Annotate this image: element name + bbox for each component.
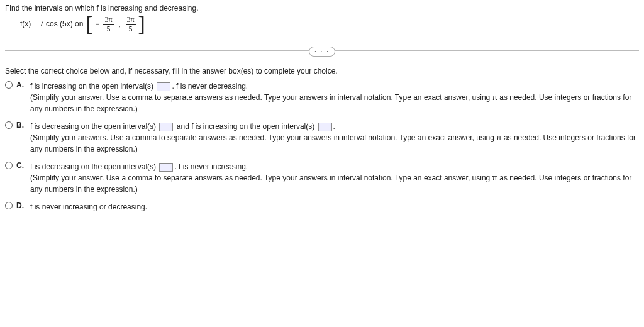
choice-prompt: Select the correct choice below and, if … bbox=[5, 67, 639, 75]
radio-c[interactable] bbox=[5, 162, 13, 169]
choice-a-post: . f is never decreasing. bbox=[172, 82, 248, 91]
radio-d[interactable] bbox=[5, 202, 13, 209]
choice-c-answerbox[interactable] bbox=[159, 163, 173, 172]
fraction-left-num: 3π bbox=[103, 16, 113, 25]
choices-list: A. f is increasing on the open interval(… bbox=[5, 80, 639, 213]
choice-b[interactable]: B. f is decreasing on the open interval(… bbox=[5, 121, 639, 155]
fraction-left: 3π 5 bbox=[103, 16, 113, 33]
choice-d-letter: D. bbox=[16, 201, 26, 210]
choice-c[interactable]: C. f is decreasing on the open interval(… bbox=[5, 161, 639, 195]
choice-c-letter: C. bbox=[16, 161, 26, 170]
choice-b-text: f is decreasing on the open interval(s) … bbox=[30, 121, 639, 155]
choice-c-pre: f is decreasing on the open interval(s) bbox=[30, 162, 158, 171]
choice-a-answerbox[interactable] bbox=[157, 82, 170, 91]
question-title: Find the intervals on which f is increas… bbox=[5, 4, 639, 13]
radio-a[interactable] bbox=[5, 81, 13, 89]
fraction-right: 3π 5 bbox=[126, 16, 136, 33]
choice-b-letter: B. bbox=[16, 121, 26, 130]
choice-b-answerbox-2[interactable] bbox=[318, 123, 332, 131]
radio-b[interactable] bbox=[5, 121, 13, 129]
ellipsis-icon[interactable]: · · · bbox=[309, 47, 335, 57]
choice-a-letter: A. bbox=[16, 80, 26, 89]
right-bracket-icon: ] bbox=[138, 15, 145, 33]
fraction-right-num: 3π bbox=[126, 16, 136, 25]
choice-b-hint: (Simplify your answers. Use a comma to s… bbox=[30, 132, 639, 155]
choice-b-mid: and f is increasing on the open interval… bbox=[174, 122, 316, 131]
choice-d[interactable]: D. f is never increasing or decreasing. bbox=[5, 201, 639, 213]
function-definition: f(x) = 7 cos (5x) on [ − 3π 5 , 3π 5 ] bbox=[20, 15, 639, 33]
question-block: Find the intervals on which f is increas… bbox=[5, 3, 639, 39]
fraction-left-den: 5 bbox=[107, 25, 111, 33]
left-bracket-icon: [ bbox=[86, 15, 92, 33]
choice-a-hint: (Simplify your answer. Use a comma to se… bbox=[30, 92, 639, 114]
interval-comma: , bbox=[118, 19, 122, 29]
negative-sign: − bbox=[96, 19, 100, 29]
choice-b-answerbox-1[interactable] bbox=[159, 123, 173, 131]
choice-a-text: f is increasing on the open interval(s) … bbox=[30, 80, 639, 114]
choice-c-post: . f is never increasing. bbox=[174, 162, 248, 171]
choice-c-text: f is decreasing on the open interval(s) … bbox=[30, 161, 639, 195]
function-lhs: f(x) = 7 cos (5x) on bbox=[20, 19, 83, 28]
choice-d-text: f is never increasing or decreasing. bbox=[30, 201, 639, 213]
choice-c-hint: (Simplify your answer. Use a comma to se… bbox=[30, 172, 639, 195]
choice-b-post: . bbox=[333, 122, 335, 131]
choice-b-pre: f is decreasing on the open interval(s) bbox=[30, 122, 158, 131]
fraction-right-den: 5 bbox=[129, 25, 133, 33]
interval-fractions: 3π 5 , 3π 5 bbox=[103, 16, 135, 33]
divider-dots-wrap: · · · bbox=[5, 47, 639, 57]
choice-a-pre: f is increasing on the open interval(s) bbox=[30, 82, 155, 91]
choice-a[interactable]: A. f is increasing on the open interval(… bbox=[5, 80, 639, 114]
